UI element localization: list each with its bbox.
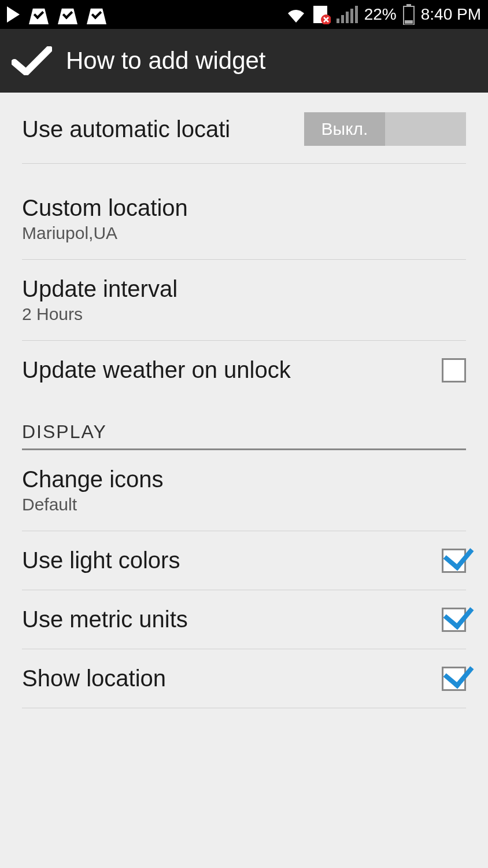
checkbox-metric-units[interactable]: [442, 608, 466, 632]
toggle-label: Выкл.: [304, 112, 385, 146]
checkbox-update-on-unlock[interactable]: [442, 358, 466, 382]
battery-percent: 22%: [364, 5, 397, 24]
setting-metric-units[interactable]: Use metric units: [22, 590, 466, 649]
signal-icon: [337, 6, 358, 23]
setting-title: Use light colors: [22, 547, 442, 573]
setting-title: Use automatic location: [22, 116, 230, 142]
svg-rect-4: [346, 12, 349, 23]
section-display: DISPLAY: [22, 399, 466, 450]
wifi-icon: [286, 6, 306, 23]
setting-value: Default: [22, 495, 466, 514]
setting-title: Use metric units: [22, 606, 442, 632]
svg-rect-3: [341, 15, 344, 23]
setting-title: Custom location: [22, 195, 466, 221]
setting-title: Update weather on unlock: [22, 357, 442, 383]
setting-title: Show location: [22, 665, 442, 692]
setting-show-location[interactable]: Show location: [22, 649, 466, 708]
setting-title: Update interval: [22, 276, 466, 302]
sim-error-icon: [312, 5, 331, 24]
setting-auto-location[interactable]: Use automatic location Выкл.: [22, 104, 466, 164]
toggle-auto-location[interactable]: Выкл.: [304, 112, 466, 146]
svg-rect-2: [337, 19, 339, 23]
page-title: How to add widget: [66, 47, 266, 75]
setting-custom-location[interactable]: Custom location Mariupol,UA: [22, 179, 466, 260]
svg-rect-6: [355, 6, 358, 23]
setting-title: Change icons: [22, 466, 466, 492]
status-bar: 22% 8:40 PM: [0, 0, 488, 29]
check-icon: [12, 46, 52, 75]
checkbox-show-location[interactable]: [442, 667, 466, 691]
setting-update-interval[interactable]: Update interval 2 Hours: [22, 260, 466, 341]
setting-value: Mariupol,UA: [22, 223, 466, 243]
svg-rect-9: [405, 20, 413, 24]
svg-rect-5: [350, 9, 353, 23]
settings-content: Use automatic location Выкл. Custom loca…: [0, 93, 488, 708]
play-icon: [7, 6, 20, 23]
checkbox-light-colors[interactable]: [442, 549, 466, 573]
clock: 8:40 PM: [421, 5, 481, 24]
bag-check-icon-2: [58, 5, 77, 24]
app-header: How to add widget: [0, 29, 488, 93]
setting-update-on-unlock[interactable]: Update weather on unlock: [22, 341, 466, 399]
setting-change-icons[interactable]: Change icons Default: [22, 450, 466, 531]
bag-check-icon-3: [87, 5, 106, 24]
status-left: [7, 5, 106, 24]
setting-light-colors[interactable]: Use light colors: [22, 531, 466, 590]
status-right: 22% 8:40 PM: [286, 4, 481, 25]
setting-value: 2 Hours: [22, 304, 466, 324]
battery-icon: [402, 4, 415, 25]
bag-check-icon-1: [29, 5, 49, 24]
